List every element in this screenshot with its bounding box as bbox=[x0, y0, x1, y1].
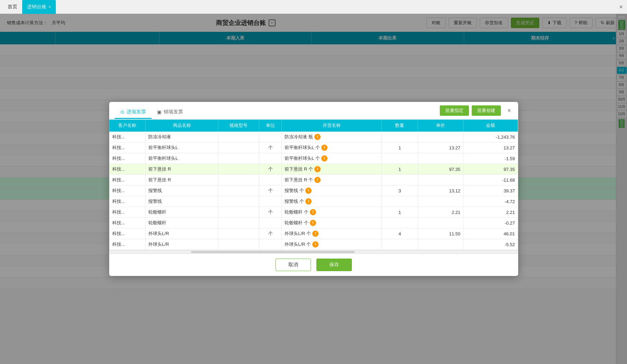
tab-outgoing-invoice[interactable]: ▣ 销项发票 bbox=[151, 106, 189, 119]
window-close-icon[interactable]: × bbox=[619, 3, 623, 10]
table-row[interactable]: 科技...报警线报警线 个!-4.72 bbox=[109, 196, 518, 207]
batch-assign-button[interactable]: 批量指定 bbox=[440, 105, 469, 116]
horizontal-scrollbar[interactable] bbox=[109, 250, 518, 253]
outgoing-icon: ▣ bbox=[157, 109, 162, 115]
scrollbar-thumb bbox=[191, 251, 355, 253]
modal-header: ⊙ 进项发票 ▣ 销项发票 批量指定 批量创建 × bbox=[109, 102, 518, 119]
table-row[interactable]: 科技...前平衡杆球头L个前平衡杆球头L 个!113.2713.27 bbox=[109, 142, 518, 153]
batch-create-button[interactable]: 批量创建 bbox=[472, 105, 501, 116]
tab-ledger-label: 进销台账 bbox=[27, 4, 46, 10]
warning-icon: ! bbox=[312, 241, 319, 248]
col-product: 商品名称 bbox=[146, 120, 218, 132]
warning-icon: ! bbox=[310, 220, 316, 226]
table-row[interactable]: 科技...轮毂螺杆轮毂螺杆 个!-0.27 bbox=[109, 218, 518, 228]
warning-icon: ! bbox=[314, 177, 321, 183]
invoice-modal: ⊙ 进项发票 ▣ 销项发票 批量指定 批量创建 × 客户名称 商品名称 规格型号 bbox=[109, 102, 518, 276]
table-row[interactable]: 科技...前下悬挂 R前下悬挂 R 个!-11.68 bbox=[109, 175, 518, 185]
save-button[interactable]: 保存 bbox=[316, 259, 352, 271]
cancel-button[interactable]: 取消 bbox=[276, 259, 311, 271]
warning-icon: ! bbox=[314, 134, 321, 140]
table-header-row: 客户名称 商品名称 规格型号 单位 存货名称 数量 单价 金额 bbox=[109, 120, 518, 132]
tab-ledger[interactable]: 进销台账 × bbox=[22, 0, 56, 14]
warning-icon: ! bbox=[310, 209, 316, 215]
col-inventory: 存货名称 bbox=[282, 120, 382, 132]
col-amount: 金额 bbox=[463, 120, 518, 132]
incoming-icon: ⊙ bbox=[120, 109, 124, 115]
modal-action-buttons: 批量指定 批量创建 bbox=[440, 105, 501, 116]
col-unit: 单位 bbox=[259, 120, 282, 132]
table-row[interactable]: 科技...报警线个报警线 个!313.1239.37 bbox=[109, 185, 518, 196]
modal-table: 客户名称 商品名称 规格型号 单位 存货名称 数量 单价 金额 科技...防冻冷… bbox=[109, 119, 518, 250]
col-price: 单价 bbox=[418, 120, 463, 132]
modal-footer: 取消 保存 bbox=[109, 253, 518, 276]
table-row[interactable]: 科技...轮毂螺杆个轮毂螺杆 个!12.212.21 bbox=[109, 207, 518, 218]
tab-close-icon[interactable]: × bbox=[49, 5, 51, 9]
warning-icon: ! bbox=[305, 198, 312, 205]
table-row[interactable]: 科技...前下悬挂 R个前下悬挂 R 个!197.3597.35 bbox=[109, 164, 518, 175]
tab-home[interactable]: 首页 bbox=[3, 0, 22, 14]
warning-icon: ! bbox=[321, 155, 328, 162]
col-spec: 规格型号 bbox=[218, 120, 259, 132]
modal-close-icon[interactable]: × bbox=[506, 105, 513, 115]
table-row[interactable]: 科技...防冻冷却液防冻冷却液 瓶!-1,243.76 bbox=[109, 132, 518, 142]
warning-icon: ! bbox=[312, 231, 319, 237]
table-row[interactable]: 科技...外球头L/R个外球头L/R 个!411.5046.01 bbox=[109, 228, 518, 239]
col-customer: 客户名称 bbox=[109, 120, 146, 132]
table-row[interactable]: 科技...外球头L/R外球头L/R 个!-5.52 bbox=[109, 239, 518, 250]
warning-icon: ! bbox=[321, 145, 328, 151]
warning-icon: ! bbox=[305, 188, 312, 194]
warning-icon: ! bbox=[314, 166, 321, 172]
col-qty: 数量 bbox=[382, 120, 418, 132]
modal-table-container[interactable]: 客户名称 商品名称 规格型号 单位 存货名称 数量 单价 金额 科技...防冻冷… bbox=[109, 119, 518, 253]
tab-home-label: 首页 bbox=[8, 4, 17, 10]
tab-incoming-invoice[interactable]: ⊙ 进项发票 bbox=[115, 106, 151, 119]
table-row[interactable]: 科技...前平衡杆球头L前平衡杆球头L 个!-1.59 bbox=[109, 153, 518, 164]
tab-bar: 首页 进销台账 × × bbox=[0, 0, 627, 14]
main-area: 销售成本计算方法： 月平均 商贸企业进销台账 ≡ 对账 重新开账 存货别名 生成… bbox=[0, 14, 627, 364]
